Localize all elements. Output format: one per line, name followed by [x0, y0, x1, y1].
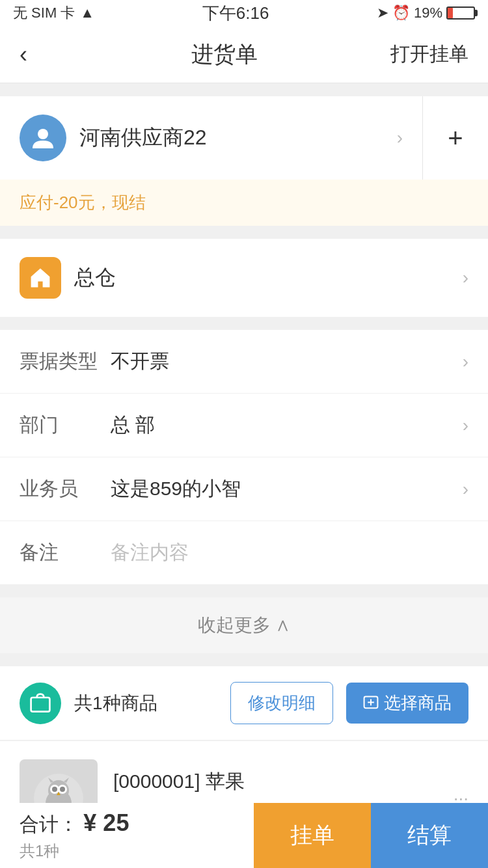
- status-right: ➤ ⏰ 19%: [377, 5, 475, 21]
- products-header: 共1种商品 修改明细 选择商品: [0, 666, 488, 740]
- products-count: 共1种商品: [74, 691, 217, 716]
- alarm-icon: ⏰: [392, 5, 410, 21]
- page-title: 进货单: [191, 40, 258, 70]
- invoice-label: 票据类型: [20, 348, 111, 375]
- department-value: 总 部: [111, 412, 463, 439]
- pending-button[interactable]: 挂单: [254, 803, 371, 868]
- warehouse-name: 总仓: [74, 264, 463, 292]
- back-button[interactable]: ‹: [20, 41, 59, 68]
- select-product-label: 选择商品: [384, 692, 452, 714]
- warehouse-section: 总仓 ›: [0, 239, 488, 317]
- status-left: 无 SIM 卡 ▲: [13, 3, 94, 23]
- footer: 合计： ¥ 25 共1种 挂单 结算: [0, 803, 488, 868]
- invoice-value: 不开票: [111, 348, 463, 375]
- select-product-button[interactable]: 选择商品: [346, 683, 468, 724]
- remark-row[interactable]: 备注 备注内容: [0, 521, 488, 584]
- open-pending-button[interactable]: 打开挂单: [390, 41, 468, 68]
- remark-input[interactable]: 备注内容: [111, 539, 468, 566]
- footer-total: 合计： ¥ 25 共1种: [0, 803, 254, 868]
- supplier-avatar: [20, 115, 66, 161]
- product-name: [0000001] 苹果: [113, 768, 438, 795]
- supplier-selector[interactable]: 河南供应商22 ›: [0, 96, 423, 180]
- department-row[interactable]: 部门 总 部 ›: [0, 394, 488, 457]
- warehouse-chevron: ›: [463, 267, 468, 288]
- supplier-section: 河南供应商22 › +: [0, 96, 488, 180]
- svg-point-0: [38, 129, 48, 139]
- product-title: 苹果: [206, 770, 245, 792]
- supplier-name: 河南供应商22: [79, 124, 397, 152]
- alert-banner: 应付-20元，现结: [0, 180, 488, 226]
- location-icon: ➤: [377, 5, 388, 21]
- invoice-chevron: ›: [463, 351, 468, 372]
- salesman-row[interactable]: 业务员 这是859的小智 ›: [0, 457, 488, 521]
- warehouse-row[interactable]: 总仓 ›: [0, 239, 488, 317]
- house-icon: [29, 266, 52, 290]
- battery-percent: 19%: [414, 5, 442, 21]
- svg-rect-2: [31, 698, 50, 712]
- svg-point-11: [52, 787, 57, 792]
- total-label: 合计：: [20, 813, 78, 835]
- add-supplier-button[interactable]: +: [423, 96, 488, 180]
- total-amount: ¥ 25: [83, 809, 129, 836]
- cart-icon: [29, 692, 52, 715]
- nav-bar: ‹ 进货单 打开挂单: [0, 26, 488, 83]
- total-sub: 共1种: [20, 841, 234, 861]
- select-icon: [363, 696, 379, 711]
- remark-label: 备注: [20, 539, 111, 566]
- invoice-row[interactable]: 票据类型 不开票 ›: [0, 330, 488, 394]
- department-label: 部门: [20, 412, 111, 439]
- svg-point-12: [60, 787, 65, 792]
- checkout-button[interactable]: 结算: [371, 803, 488, 868]
- status-bar: 无 SIM 卡 ▲ 下午6:16 ➤ ⏰ 19%: [0, 0, 488, 26]
- status-time: 下午6:16: [202, 2, 269, 25]
- collapse-button[interactable]: 收起更多 ∧: [0, 597, 488, 653]
- person-icon: [30, 125, 56, 151]
- products-icon: [20, 683, 61, 724]
- salesman-label: 业务员: [20, 476, 111, 502]
- department-chevron: ›: [463, 415, 468, 436]
- form-section: 票据类型 不开票 › 部门 总 部 › 业务员 这是859的小智 › 备注 备注…: [0, 330, 488, 584]
- edit-details-button[interactable]: 修改明细: [230, 682, 333, 724]
- salesman-chevron: ›: [463, 479, 468, 500]
- product-id: [0000001]: [113, 770, 200, 792]
- salesman-value: 这是859的小智: [111, 476, 463, 502]
- total-row: 合计： ¥ 25: [20, 809, 234, 838]
- wifi-icon: ▲: [80, 5, 94, 21]
- warehouse-icon: [20, 257, 61, 299]
- carrier-text: 无 SIM 卡: [13, 3, 75, 23]
- svg-marker-1: [31, 269, 50, 288]
- supplier-chevron: ›: [397, 128, 403, 148]
- battery-icon: [446, 7, 475, 20]
